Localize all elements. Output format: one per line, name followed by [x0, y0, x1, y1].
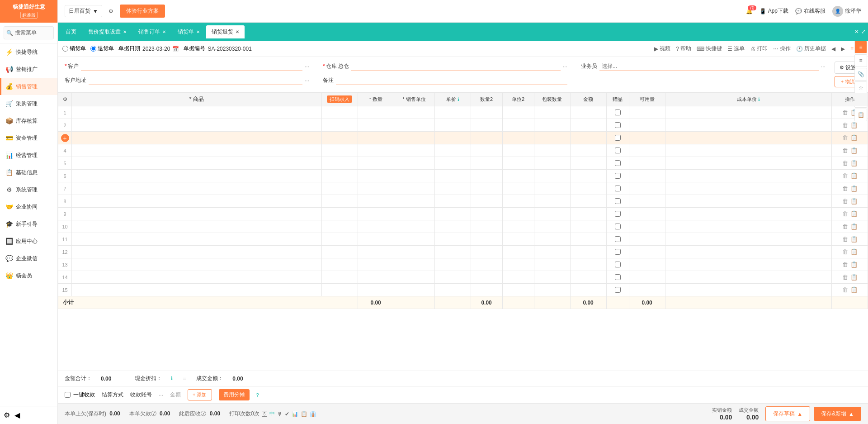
- save-draft-button[interactable]: 保存草稿 ▲: [765, 406, 810, 421]
- row-delete-8[interactable]: 🗑: [842, 198, 848, 205]
- row-delete-15[interactable]: 🗑: [842, 286, 848, 293]
- sidebar-item-shortcut[interactable]: ⚡快捷导航: [0, 43, 57, 61]
- row-copy-3[interactable]: 📋: [850, 134, 858, 141]
- radio-sales-delivery[interactable]: 销货单: [62, 45, 86, 52]
- row-qty-cell-1[interactable]: [358, 106, 394, 119]
- gift-checkbox-2[interactable]: [615, 122, 621, 128]
- row-qty-cell-8[interactable]: [358, 195, 394, 208]
- tab-sales-delivery[interactable]: 销货单✕: [172, 25, 205, 38]
- row-qty-cell-11[interactable]: [358, 233, 394, 246]
- gift-checkbox-5[interactable]: [615, 160, 621, 166]
- row-copy-2[interactable]: 📋: [850, 122, 858, 129]
- row-product-cell-7[interactable]: [72, 182, 322, 195]
- row-copy-8[interactable]: 📋: [850, 198, 858, 205]
- print-tools-icon6[interactable]: 📋: [301, 411, 307, 417]
- row-product-cell-5[interactable]: [72, 157, 322, 170]
- row-copy-10[interactable]: 📋: [850, 223, 858, 230]
- breadcrumb-dropdown[interactable]: 日用百货 ▼: [65, 5, 102, 17]
- save-new-button[interactable]: 保存&新增 ▲: [814, 407, 861, 421]
- sidebar-item-marketing[interactable]: 📢营销推广: [0, 61, 57, 78]
- row-product-cell-2[interactable]: [72, 119, 322, 132]
- online-service-link[interactable]: 💬 在线客服: [795, 7, 826, 15]
- gift-checkbox-13[interactable]: [615, 262, 621, 267]
- row-copy-11[interactable]: 📋: [850, 236, 858, 243]
- row-delete-1[interactable]: 🗑: [842, 109, 848, 116]
- tab-close-price-setting[interactable]: ✕: [123, 29, 127, 34]
- gift-checkbox-10[interactable]: [615, 224, 621, 229]
- fee-split-btn[interactable]: 费用分摊: [219, 389, 250, 400]
- remark-input[interactable]: [336, 76, 567, 85]
- row-qty-cell-12[interactable]: [358, 246, 394, 258]
- gift-checkbox-1[interactable]: [615, 110, 621, 115]
- row-copy-9[interactable]: 📋: [850, 210, 858, 217]
- row-copy-7[interactable]: 📋: [850, 185, 858, 192]
- sidebar-item-appstore[interactable]: 🔲应用中心: [0, 233, 57, 250]
- sidebar-item-system[interactable]: ⚙系统管理: [0, 181, 57, 198]
- row-qty-cell-4[interactable]: [358, 144, 394, 157]
- row-copy-4[interactable]: 📋: [850, 147, 858, 154]
- row-delete-10[interactable]: 🗑: [842, 223, 848, 230]
- tab-close-sales-delivery[interactable]: ✕: [196, 29, 200, 34]
- customer-input[interactable]: [81, 62, 302, 71]
- row-qty-cell-14[interactable]: [358, 271, 394, 284]
- tab-price-setting[interactable]: 售价提取设置✕: [83, 25, 132, 38]
- right-panel-btn-6[interactable]: 📋: [854, 109, 867, 121]
- prev-doc-btn[interactable]: ◀: [831, 46, 835, 52]
- gift-checkbox-11[interactable]: [615, 236, 621, 242]
- add-payment-btn[interactable]: + 添加: [188, 389, 212, 400]
- product-input-3[interactable]: [74, 135, 320, 141]
- tab-close-sales-order[interactable]: ✕: [162, 29, 166, 34]
- print-tools-icon4[interactable]: ✔: [285, 411, 289, 417]
- row-product-cell-12[interactable]: [72, 246, 322, 258]
- row-product-cell-6[interactable]: [72, 170, 322, 182]
- row-copy-15[interactable]: 📋: [850, 286, 858, 293]
- app-download-link[interactable]: 📱 App下载: [760, 7, 788, 15]
- address-select-btn[interactable]: ···: [305, 77, 309, 84]
- row-qty-cell-15[interactable]: [358, 284, 394, 296]
- user-profile[interactable]: 👤 徐泽华: [832, 6, 861, 17]
- gift-checkbox-15[interactable]: [615, 287, 621, 293]
- row-delete-3[interactable]: 🗑: [842, 134, 848, 141]
- notification-bell[interactable]: 🔔 70: [746, 8, 753, 14]
- print-tools-icon7[interactable]: 👔: [310, 411, 316, 417]
- tab-close-sales-return[interactable]: ✕: [236, 29, 239, 34]
- row-product-cell-15[interactable]: [72, 284, 322, 296]
- address-input[interactable]: [89, 76, 302, 85]
- sidebar-item-inventory[interactable]: 📦库存核算: [0, 112, 57, 129]
- row-delete-9[interactable]: 🗑: [842, 210, 848, 217]
- row-product-cell-11[interactable]: [72, 233, 322, 246]
- row-product-cell-1[interactable]: [72, 106, 322, 119]
- row-qty-cell[interactable]: [358, 132, 394, 144]
- row-delete-6[interactable]: 🗑: [842, 172, 848, 179]
- history-btn[interactable]: 🕐 历史单据: [796, 45, 826, 52]
- shortcut-btn[interactable]: ⌨ 快捷键: [697, 45, 722, 52]
- print-tools-icon5[interactable]: 📊: [292, 411, 298, 417]
- search-menu-button[interactable]: 🔍 搜索菜单: [4, 26, 54, 39]
- warehouse-input[interactable]: [351, 62, 561, 71]
- row-delete-2[interactable]: 🗑: [842, 122, 848, 129]
- gift-checkbox-6[interactable]: [615, 173, 621, 179]
- row-qty-cell-2[interactable]: [358, 119, 394, 132]
- close-tab-btn[interactable]: ✕: [854, 29, 859, 35]
- row-product-cell-14[interactable]: [72, 271, 322, 284]
- row-copy-13[interactable]: 📋: [850, 261, 858, 268]
- video-help-btn[interactable]: ▶ 视频: [654, 45, 670, 52]
- calendar-icon[interactable]: 📅: [172, 46, 179, 52]
- row-product-cell-10[interactable]: [72, 220, 322, 233]
- gift-checkbox-3[interactable]: [615, 135, 621, 141]
- sidebar-item-newbie[interactable]: 🎓新手引导: [0, 215, 57, 233]
- row-qty-cell-7[interactable]: [358, 182, 394, 195]
- gift-checkbox-9[interactable]: [615, 211, 621, 217]
- sidebar-item-enterprise[interactable]: 🤝企业协同: [0, 198, 57, 215]
- row-delete-13[interactable]: 🗑: [842, 261, 848, 268]
- list-view-btn[interactable]: ≡: [850, 46, 854, 52]
- sidebar-item-member[interactable]: 👑畅会员: [0, 267, 57, 284]
- row-product-cell-4[interactable]: [72, 144, 322, 157]
- gift-checkbox-7[interactable]: [615, 186, 621, 191]
- sidebar-item-operation[interactable]: 📊经营管理: [0, 147, 57, 164]
- radio-sales-return[interactable]: 退货单: [90, 45, 114, 52]
- row-qty-cell-5[interactable]: [358, 157, 394, 170]
- next-doc-btn[interactable]: ▶: [841, 46, 845, 52]
- sidebar-item-purchase[interactable]: 🛒采购管理: [0, 95, 57, 112]
- customer-select-btn[interactable]: ···: [305, 63, 309, 70]
